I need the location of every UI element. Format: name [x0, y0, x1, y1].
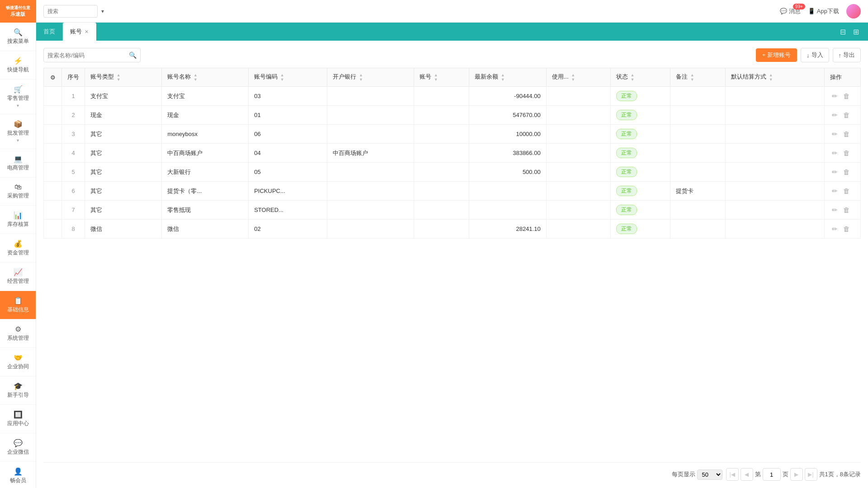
row-num-cell: 1 — [62, 87, 85, 106]
row-action-cell: ✏ 🗑 — [825, 144, 861, 163]
col-settings-header[interactable]: ⚙ — [44, 68, 62, 87]
col-code-header[interactable]: 账号编码 ▲▼ — [249, 68, 327, 87]
row-status-cell: 正常 — [610, 87, 670, 106]
row-account-cell — [414, 220, 469, 239]
row-balance-cell: 500.00 — [469, 163, 546, 182]
row-bank-cell — [327, 182, 414, 201]
settings-icon: ⚙ — [50, 74, 56, 81]
user-avatar[interactable] — [846, 4, 861, 19]
sidebar-item-retail-mgmt[interactable]: 🛒 零售管理 ▾ — [0, 80, 36, 114]
delete-button[interactable]: 🗑 — [841, 205, 852, 215]
col-name-header[interactable]: 账号名称 ▲▼ — [162, 68, 249, 87]
row-status-cell: 正常 — [610, 201, 670, 220]
page-input[interactable] — [763, 468, 781, 481]
row-type-cell: 支付宝 — [85, 87, 162, 106]
sidebar-item-label: 库存核算 — [2, 221, 34, 228]
col-balance-header[interactable]: 最新余额 ▲▼ — [469, 68, 546, 87]
delete-button[interactable]: 🗑 — [841, 148, 852, 158]
delete-button[interactable]: 🗑 — [841, 186, 852, 196]
row-account-cell — [414, 201, 469, 220]
edit-button[interactable]: ✏ — [830, 186, 840, 196]
col-bank-header[interactable]: 开户银行 ▲▼ — [327, 68, 414, 87]
col-type-header[interactable]: 账号类型 ▲▼ — [85, 68, 162, 87]
delete-button[interactable]: 🗑 — [841, 129, 852, 139]
app-center-icon: 🔲 — [2, 410, 34, 419]
row-account-cell — [414, 163, 469, 182]
sidebar-item-inventory[interactable]: 📊 库存核算 — [0, 206, 36, 234]
col-default-settle-header[interactable]: 默认结算方式 ▲▼ — [726, 68, 825, 87]
search-icon[interactable]: 🔍 — [129, 52, 137, 59]
col-account-header[interactable]: 账号 ▲▼ — [414, 68, 469, 87]
edit-button[interactable]: ✏ — [830, 167, 840, 177]
sidebar-item-label: 快捷导航 — [2, 66, 34, 74]
msg-btn[interactable]: 💬 消息 99+ — [780, 7, 801, 15]
sidebar-item-wholesale-mgmt[interactable]: 📦 批发管理 ▾ — [0, 114, 36, 149]
delete-button[interactable]: 🗑 — [841, 91, 852, 101]
add-account-button[interactable]: + 新增账号 — [756, 48, 797, 62]
sidebar-item-corp-agreement[interactable]: 🤝 企业协同 — [0, 348, 36, 376]
row-balance-cell: -90444.00 — [469, 87, 546, 106]
page-next-btn[interactable]: ▶ — [790, 468, 803, 481]
row-status-cell: 正常 — [610, 106, 670, 125]
delete-button[interactable]: 🗑 — [841, 224, 852, 234]
row-settings-cell — [44, 125, 62, 144]
toolbar-right: + 新增账号 ↓ 导入 ↑ 导出 — [756, 48, 861, 62]
search-input[interactable] — [47, 52, 129, 59]
col-usage-header[interactable]: 使用... ▲▼ — [546, 68, 610, 87]
sort-code-icon: ▲▼ — [280, 73, 284, 82]
sidebar-item-corp-wechat[interactable]: 💬 企业微信 — [0, 433, 36, 462]
import-button[interactable]: ↓ 导入 — [801, 48, 829, 62]
edit-button[interactable]: ✏ — [830, 129, 840, 139]
sidebar-item-basic-info[interactable]: 📋 基础信息 — [0, 291, 36, 319]
tab-close-icon[interactable]: ✕ — [85, 29, 89, 35]
edit-button[interactable]: ✏ — [830, 224, 840, 234]
topbar-left: ▾ — [43, 5, 104, 18]
page-prev-btn[interactable]: ◀ — [741, 468, 753, 481]
edit-button[interactable]: ✏ — [830, 110, 840, 120]
app-download-btn[interactable]: 📱 App下载 — [808, 7, 839, 15]
sidebar-item-business-mgmt[interactable]: 📈 经营管理 — [0, 263, 36, 291]
page-first-btn[interactable]: |◀ — [726, 468, 739, 481]
sidebar-item-new-guide[interactable]: 🎓 新手引导 — [0, 376, 36, 405]
sidebar-item-search-menu[interactable]: 🔍 搜索菜单 — [0, 23, 36, 51]
sidebar-item-finance-mgmt[interactable]: 💰 资金管理 — [0, 234, 36, 263]
sidebar-item-system-mgmt[interactable]: ⚙ 系统管理 — [0, 319, 36, 348]
row-name-cell: 现金 — [162, 106, 249, 125]
row-default-settle-cell — [726, 125, 825, 144]
topbar-search-input[interactable] — [43, 5, 98, 18]
row-remark-cell — [670, 220, 726, 239]
tab-maximize-btn[interactable]: ⊞ — [851, 26, 861, 38]
edit-button[interactable]: ✏ — [830, 91, 840, 101]
row-code-cell: PICKUPC... — [249, 182, 327, 201]
col-remark-header[interactable]: 备注 ▲▼ — [670, 68, 726, 87]
row-settings-cell — [44, 220, 62, 239]
tab-home[interactable]: 首页 — [36, 23, 63, 41]
sidebar-item-quick-nav[interactable]: ⚡ 快捷导航 — [0, 51, 36, 80]
row-remark-cell — [670, 87, 726, 106]
table-row: 6 其它 提货卡（零... PICKUPC... 正常 提货卡 ✏ 🗑 — [44, 182, 861, 201]
sidebar-item-ecommerce-mgmt[interactable]: 💻 电商管理 — [0, 149, 36, 178]
tab-minimize-btn[interactable]: ⊟ — [838, 26, 848, 38]
row-action-cell: ✏ 🗑 — [825, 182, 861, 201]
edit-button[interactable]: ✏ — [830, 205, 840, 215]
topbar-dropdown[interactable]: ▾ — [101, 8, 104, 14]
toolbar: 🔍 + 新增账号 ↓ 导入 ↑ 导出 — [43, 48, 861, 62]
sidebar-item-member[interactable]: 👤 畅会员 — [0, 462, 36, 488]
toolbar-left: 🔍 — [43, 48, 141, 62]
row-action-cell: ✏ 🗑 — [825, 125, 861, 144]
sidebar-item-purchase-mgmt[interactable]: 🛍 采购管理 — [0, 178, 36, 206]
sidebar-item-app-center[interactable]: 🔲 应用中心 — [0, 405, 36, 433]
export-button[interactable]: ↑ 导出 — [833, 48, 861, 62]
edit-button[interactable]: ✏ — [830, 148, 840, 158]
row-name-cell: 微信 — [162, 220, 249, 239]
page-size-select[interactable]: 50 100 200 — [697, 469, 722, 480]
delete-button[interactable]: 🗑 — [841, 110, 852, 120]
col-status-header[interactable]: 状态 ▲▼ — [610, 68, 670, 87]
search-menu-icon: 🔍 — [2, 28, 34, 37]
delete-button[interactable]: 🗑 — [841, 167, 852, 177]
row-status-cell: 正常 — [610, 220, 670, 239]
row-balance-cell: 10000.00 — [469, 125, 546, 144]
tab-account[interactable]: 账号 ✕ — [63, 23, 96, 41]
avatar-img — [846, 4, 861, 19]
page-last-btn[interactable]: ▶| — [805, 468, 817, 481]
